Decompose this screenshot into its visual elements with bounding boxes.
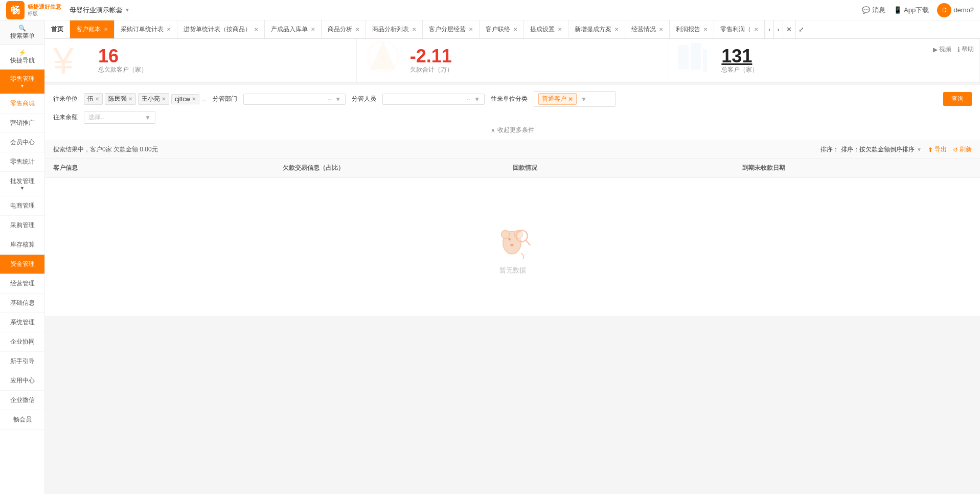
close-tab-icon[interactable]: ✕ — [469, 27, 473, 32]
filter-tag-wu[interactable]: 伍 ✕ — [84, 93, 103, 105]
sidebar-item-retail-mgmt[interactable]: 零售管理 ▼ — [0, 70, 44, 94]
app-download-button[interactable]: 📱 App下载 — [894, 6, 929, 15]
table-header: 客户信息 欠款交易信息（占比） 回款情况 到期未收款日期 — [45, 159, 980, 178]
close-tab-icon[interactable]: ✕ — [703, 27, 708, 32]
query-button[interactable]: 查询 — [943, 92, 972, 106]
export-icon: ⬆ — [928, 146, 933, 153]
close-tab-icon[interactable]: ✕ — [311, 27, 315, 32]
close-tab-icon[interactable]: ✕ — [167, 27, 171, 32]
unit-category-select[interactable]: 普通客户 ✕ ▼ — [534, 91, 616, 107]
sidebar-item-purchase-mgmt[interactable]: 采购管理 — [0, 216, 44, 235]
sidebar-item-retail-mall[interactable]: 零售商城 — [0, 94, 44, 114]
tab-product-analysis[interactable]: 商品分析 ✕ — [322, 20, 366, 39]
col-debt-info: 欠款交易信息（占比） — [283, 164, 512, 172]
sidebar-item-operation-mgmt[interactable]: 经营管理 — [0, 274, 44, 294]
tab-close-all[interactable]: ✕ — [783, 20, 795, 39]
filter-more-button[interactable]: ... — [201, 96, 207, 103]
tab-goods-in-stats[interactable]: 进货单统计表（按商品） ✕ — [177, 20, 265, 39]
close-tab-icon[interactable]: ✕ — [104, 27, 108, 32]
tab-retail-profit[interactable]: 零售利润（ ✕ — [714, 20, 765, 39]
top-bar-left: 畅 畅捷通好生意 标版 母婴行业演示帐套 ▼ — [6, 1, 134, 19]
sidebar-item-vip-member[interactable]: 畅会员 — [0, 410, 44, 430]
stat-number-total: 131 — [721, 47, 967, 65]
remove-tag-chen[interactable]: ✕ — [128, 96, 132, 102]
tab-expand[interactable]: ⤢ — [795, 20, 807, 39]
remove-category-tag[interactable]: ✕ — [568, 96, 573, 103]
filter-row-2: 往来余额 选择... ▼ — [53, 111, 972, 124]
chevron-icon: ▼ — [2, 186, 42, 191]
close-tab-icon[interactable]: ✕ — [558, 27, 562, 32]
sidebar-item-marketing[interactable]: 营销推广 — [0, 114, 44, 133]
tab-bar: 首页 客户账本 ✕ 采购订单统计表 ✕ 进货单统计表（按商品） ✕ 产成品入库单… — [45, 20, 980, 39]
sidebar-item-inventory-check[interactable]: 库存核算 — [0, 235, 44, 255]
export-button[interactable]: ⬆ 导出 — [928, 145, 947, 154]
filter-tag-wang[interactable]: 王小亮 ✕ — [138, 93, 169, 105]
store-selector[interactable]: 母婴行业演示帐套 ▼ — [65, 6, 134, 15]
empty-state: 暂无数据 — [45, 178, 980, 316]
logo-text: 畅捷通好生意 标版 — [28, 3, 61, 17]
sidebar-item-ecommerce-mgmt[interactable]: 电商管理 — [0, 196, 44, 216]
close-tab-icon[interactable]: ✕ — [754, 27, 758, 32]
top-bar: 畅 畅捷通好生意 标版 母婴行业演示帐套 ▼ 💬 消息 📱 App下载 D de… — [0, 0, 980, 20]
sidebar-item-system-mgmt[interactable]: 系统管理 — [0, 313, 44, 332]
remove-tag-wu[interactable]: ✕ — [95, 96, 99, 102]
remove-tag-wang[interactable]: ✕ — [162, 96, 166, 102]
logo-area: 畅 畅捷通好生意 标版 — [6, 1, 61, 19]
collapse-button[interactable]: ∧ 收起更多条件 — [53, 126, 972, 134]
sidebar-item-member-center[interactable]: 会员中心 — [0, 133, 44, 152]
filter-tag-cjttcw[interactable]: cjttcw ✕ — [171, 94, 199, 104]
close-tab-icon[interactable]: ✕ — [355, 27, 359, 32]
unit-category-tag[interactable]: 普通客户 ✕ — [538, 93, 577, 105]
stat-label-total: 总客户（家） — [721, 65, 967, 74]
sidebar-item-quick-nav[interactable]: ⚡ 快捷导航 — [0, 45, 44, 70]
tab-nav-left[interactable]: ‹ — [765, 20, 773, 39]
sidebar-item-enterprise-collab[interactable]: 企业协同 — [0, 332, 44, 352]
refresh-button[interactable]: ↺ 刷新 — [953, 145, 972, 154]
tab-home[interactable]: 首页 — [45, 20, 70, 39]
close-tab-icon[interactable]: ✕ — [412, 27, 416, 32]
tab-purchase-order-stats[interactable]: 采购订单统计表 ✕ — [115, 20, 177, 39]
col-customer-info: 客户信息 — [53, 164, 283, 172]
video-icon: ▶ — [933, 46, 938, 53]
filter-tag-chen[interactable]: 陈民强 ✕ — [105, 93, 136, 105]
sidebar-item-app-center[interactable]: 应用中心 — [0, 371, 44, 391]
help-button[interactable]: ℹ 帮助 — [958, 45, 974, 54]
tab-nav-right[interactable]: › — [773, 20, 782, 39]
sidebar-item-retail-stats[interactable]: 零售统计 — [0, 152, 44, 172]
sidebar-item-wholesale-mgmt[interactable]: 批发管理 ▼ — [0, 172, 44, 196]
sidebar-item-new-guide[interactable]: 新手引导 — [0, 352, 44, 371]
tab-improve-settings[interactable]: 提成设置 ✕ — [524, 20, 568, 39]
remove-tag-cjttcw[interactable]: ✕ — [192, 96, 196, 102]
search-icon: 🔍 — [4, 25, 40, 32]
close-tab-icon[interactable]: ✕ — [254, 27, 258, 32]
avatar: D — [937, 3, 951, 17]
stats-row: ¥ 16 总欠款客户（家） ✦ — [45, 39, 980, 83]
tab-product-analysis-list[interactable]: 商品分析列表 ✕ — [366, 20, 423, 39]
message-button[interactable]: 💬 消息 — [862, 6, 885, 15]
tab-new-improve-plan[interactable]: 新增提成方案 ✕ — [568, 20, 625, 39]
sidebar-search-menu[interactable]: 🔍 搜索菜单 — [0, 20, 44, 45]
tab-business-situation[interactable]: 经营情况 ✕ — [625, 20, 670, 39]
dept-filter-select[interactable]: ··· ▼ — [243, 94, 346, 105]
table-container: 客户信息 欠款交易信息（占比） 回款情况 到期未收款日期 — [45, 159, 980, 316]
tab-profit-report[interactable]: 利润报告 ✕ — [670, 20, 714, 39]
tab-customer-segment[interactable]: 客户分层经营 ✕ — [423, 20, 480, 39]
tab-accounts-receivable[interactable]: 客户账本 ✕ — [70, 20, 115, 39]
tab-customer-contact[interactable]: 客户联络 ✕ — [480, 20, 524, 39]
person-filter-select[interactable]: ··· ▼ — [382, 94, 485, 105]
unit-filter-label: 往来单位 — [53, 95, 78, 103]
sidebar-item-finance-mgmt[interactable]: 资金管理 — [0, 255, 44, 274]
close-tab-icon[interactable]: ✕ — [614, 27, 619, 32]
balance-filter-select[interactable]: 选择... ▼ — [84, 111, 155, 124]
close-tab-icon[interactable]: ✕ — [513, 27, 517, 32]
sidebar-item-basic-info[interactable]: 基础信息 — [0, 294, 44, 313]
sidebar-item-enterprise-wechat[interactable]: 企业微信 — [0, 391, 44, 410]
video-button[interactable]: ▶ 视频 — [933, 45, 951, 54]
user-menu[interactable]: D demo2 — [937, 3, 974, 17]
top-bar-right: 💬 消息 📱 App下载 D demo2 — [862, 3, 974, 17]
sort-select[interactable]: 排序： 排序：按欠款金额倒序排序 ▼ — [821, 145, 922, 154]
close-tab-icon[interactable]: ✕ — [659, 27, 663, 32]
tab-product-in[interactable]: 产成品入库单 ✕ — [265, 20, 322, 39]
svg-line-12 — [526, 240, 530, 245]
help-icon: ℹ — [958, 46, 960, 53]
